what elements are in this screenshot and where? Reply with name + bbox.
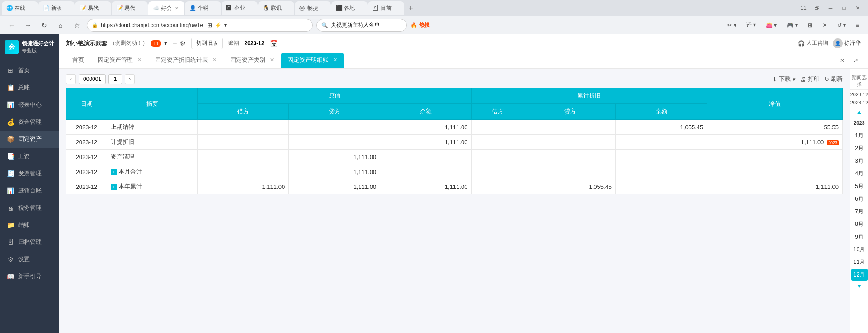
row4-dep-balance bbox=[616, 164, 707, 179]
browser-tab-tencent[interactable]: 🐧 腾讯 bbox=[258, 1, 294, 15]
browser-tab-yidai2[interactable]: 📝 易代 bbox=[112, 1, 148, 15]
calendar-icon[interactable]: 📅 bbox=[270, 40, 278, 47]
browser-tab-qiye[interactable]: 🅲 企业 bbox=[222, 1, 258, 15]
row2-dep-credit bbox=[524, 135, 615, 150]
sidebar-item-archive[interactable]: 🗄 归档管理 bbox=[0, 234, 59, 251]
sidebar-item-stock[interactable]: 📊 进销台账 bbox=[0, 182, 59, 199]
tab-home[interactable]: 首页 bbox=[66, 53, 90, 68]
tab-fixed-category-close[interactable]: ✕ bbox=[270, 57, 274, 63]
browser-tab-gedi[interactable]: ⬛ 各地 bbox=[331, 1, 368, 15]
tab-depreciation-stats-close[interactable]: ✕ bbox=[212, 57, 217, 63]
sidebar-item-general[interactable]: 📋 总账 bbox=[0, 79, 59, 96]
tab-restore-button[interactable]: 🗗 bbox=[812, 3, 822, 13]
download-button[interactable]: ⬇ 下载 ▾ bbox=[772, 75, 796, 83]
tab-depreciation-stats[interactable]: 固定资产折旧统计表 ✕ bbox=[149, 53, 223, 68]
tab-home-label: 首页 bbox=[72, 56, 84, 64]
sidebar-item-home[interactable]: ⊞ 首页 bbox=[0, 62, 59, 79]
page-sub-input[interactable] bbox=[108, 74, 122, 84]
sidebar-item-funds[interactable]: 💰 资金管理 bbox=[0, 113, 59, 131]
month-9[interactable]: 9月 bbox=[851, 231, 868, 243]
tab-close-ctrl[interactable]: ✕ bbox=[837, 56, 847, 66]
page-number-input[interactable] bbox=[79, 74, 106, 84]
browser-tab-online[interactable]: 🌐 在线 bbox=[2, 1, 38, 15]
tab-fixed-mgmt-close[interactable]: ✕ bbox=[137, 57, 142, 63]
month-6[interactable]: 6月 bbox=[851, 193, 868, 205]
game-tool[interactable]: 🎮 ▾ bbox=[783, 19, 801, 32]
month-4[interactable]: 4月 bbox=[851, 168, 868, 179]
browser-tab-changjie[interactable]: Ⓜ 畅捷 bbox=[295, 1, 331, 15]
url-bar[interactable]: 🔒 https://cloud.chanjet.com/accounting/u… bbox=[87, 19, 313, 32]
sidebar-label-funds: 资金管理 bbox=[18, 118, 42, 126]
month-10[interactable]: 10月 bbox=[851, 244, 868, 255]
service-button[interactable]: 🎧 人工咨询 bbox=[798, 39, 828, 47]
hot-search-label[interactable]: 🔥 热搜 bbox=[410, 21, 430, 29]
payroll-icon: 📑 bbox=[6, 153, 14, 160]
month-11[interactable]: 11月 bbox=[851, 256, 868, 268]
next-page-button[interactable]: › bbox=[125, 74, 135, 84]
tab-close-haohui[interactable]: ✕ bbox=[174, 5, 180, 11]
tab-fixed-mgmt[interactable]: 固定资产管理 ✕ bbox=[91, 53, 148, 68]
prev-page-button[interactable]: ‹ bbox=[66, 74, 76, 84]
translate-tool[interactable]: 译 ▾ bbox=[743, 19, 760, 32]
account-add-icon[interactable]: + bbox=[173, 39, 177, 47]
sidebar-item-reports[interactable]: 📊 报表中心 bbox=[0, 96, 59, 113]
brightness-tool[interactable]: ☀ bbox=[819, 19, 831, 32]
sidebar-item-tax[interactable]: 🖨 税务管理 bbox=[0, 199, 59, 216]
browser-tab-geshui[interactable]: 👤 个税 bbox=[185, 1, 221, 15]
month-5[interactable]: 5月 bbox=[851, 180, 868, 192]
month-3[interactable]: 3月 bbox=[851, 155, 868, 167]
tab-close-window-button[interactable]: ✕ bbox=[853, 3, 863, 13]
browser-tab-haohui[interactable]: ☁️ 好会 ✕ bbox=[148, 1, 184, 15]
print-button[interactable]: 🖨 打印 bbox=[800, 75, 820, 83]
month-12[interactable]: 12月 bbox=[851, 269, 868, 281]
month-1[interactable]: 1月 bbox=[851, 130, 868, 141]
bookmark-button[interactable]: ☆ bbox=[71, 19, 83, 32]
row5-summary: +本年累计 bbox=[107, 179, 198, 194]
month-2[interactable]: 2月 bbox=[851, 142, 868, 154]
sidebar-item-closing[interactable]: 📁 结账 bbox=[0, 216, 59, 234]
ledger-icon: 📋 bbox=[6, 84, 14, 91]
sidebar-item-payroll[interactable]: 📑 工资 bbox=[0, 148, 59, 165]
user-info[interactable]: 👤 徐泽华 bbox=[833, 38, 861, 48]
tab-fixed-ledger-close[interactable]: ✕ bbox=[333, 57, 337, 63]
forward-button[interactable]: → bbox=[22, 19, 34, 32]
refresh-button[interactable]: ↻ 刷新 bbox=[824, 75, 843, 83]
account-count-badge: 11 bbox=[151, 40, 161, 47]
back-button[interactable]: ← bbox=[5, 19, 18, 32]
tab-fixed-ledger[interactable]: 固定资产明细账 ✕ bbox=[281, 53, 344, 68]
sidebar-item-invoice[interactable]: 🧾 发票管理 bbox=[0, 165, 59, 182]
account-settings-icon[interactable]: ⚙ bbox=[180, 40, 186, 47]
tab-count-badge[interactable]: 11 bbox=[798, 3, 808, 13]
switch-version-button[interactable]: 切到旧版 bbox=[191, 38, 223, 49]
col-orig-debit: 借方 bbox=[198, 104, 289, 120]
wallet-tool[interactable]: 👛 ▾ bbox=[762, 19, 780, 32]
grid-tool[interactable]: ⊞ bbox=[804, 19, 816, 32]
refresh-button[interactable]: ↻ bbox=[38, 19, 51, 32]
months-scroll-down[interactable]: ▼ bbox=[853, 281, 866, 291]
url-dropdown-icon[interactable]: ▾ bbox=[224, 22, 227, 28]
tab-fixed-category[interactable]: 固定资产类别 ✕ bbox=[224, 53, 280, 68]
menu-tool[interactable]: ≡ bbox=[852, 19, 863, 32]
tab-minimize-button[interactable]: ─ bbox=[826, 3, 835, 13]
browser-tab-yidai1[interactable]: 📝 易代 bbox=[75, 1, 111, 15]
home-button[interactable]: ⌂ bbox=[54, 19, 67, 32]
sidebar-item-guide[interactable]: 📖 新手引导 bbox=[0, 268, 59, 285]
browser-tab-new[interactable]: 📄 新版 bbox=[38, 1, 75, 15]
row1-summary: 上期结转 bbox=[107, 120, 198, 135]
browser-tab-muqian[interactable]: 🅂 目前 bbox=[368, 1, 404, 15]
ledger-area: ‹ › ⬇ 下载 ▾ 🖨 打印 bbox=[59, 69, 868, 333]
sidebar-item-fixed-assets[interactable]: 📦 固定资产 bbox=[0, 131, 59, 148]
scissors-tool[interactable]: ✂ ▾ bbox=[724, 19, 740, 32]
history-tool[interactable]: ↺ ▾ bbox=[834, 19, 849, 32]
month-8[interactable]: 8月 bbox=[851, 218, 868, 230]
months-scroll-up[interactable]: ▲ bbox=[853, 107, 866, 116]
year-label: 2023 bbox=[851, 117, 868, 129]
sidebar-item-settings[interactable]: ⚙ 设置 bbox=[0, 251, 59, 268]
month-7[interactable]: 7月 bbox=[851, 206, 868, 217]
tab-expand-ctrl[interactable]: ⤢ bbox=[851, 56, 861, 66]
tab-add-button[interactable]: + bbox=[405, 2, 417, 14]
download-dropdown-icon[interactable]: ▾ bbox=[793, 76, 796, 83]
tab-maximize-button[interactable]: □ bbox=[839, 3, 849, 13]
search-bar[interactable]: 🔍 央视更新主持人名单 bbox=[316, 19, 407, 32]
account-dropdown-icon[interactable]: ▾ bbox=[164, 40, 167, 47]
